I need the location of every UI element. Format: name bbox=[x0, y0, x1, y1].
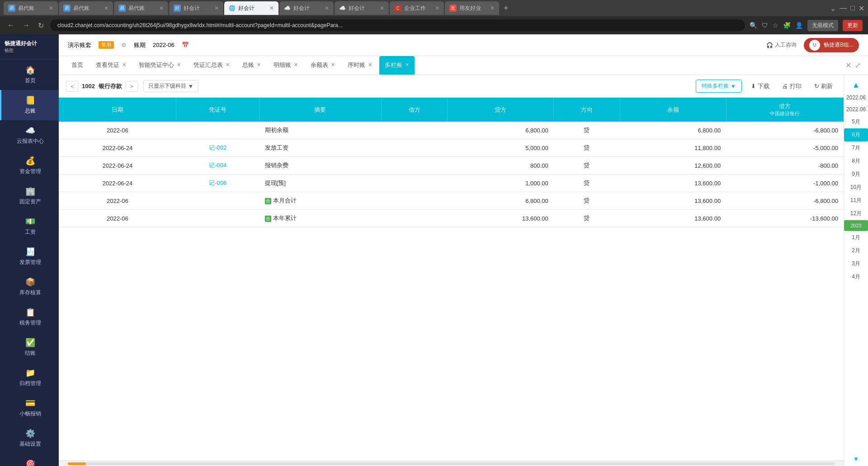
sidebar-item-tax[interactable]: 📋 税务管理 bbox=[0, 302, 59, 332]
tab-yidaizhang-3[interactable]: 易 易代账 ✕ bbox=[114, 1, 168, 15]
sidebar-item-fund[interactable]: 💰 资金管理 bbox=[0, 151, 59, 181]
tab-yidaizhang-1[interactable]: 易 易代账 ✕ bbox=[4, 1, 58, 15]
tab-close-5[interactable]: ✕ bbox=[269, 5, 274, 11]
sidebar-item-invoice[interactable]: 🧾 发票管理 bbox=[0, 241, 59, 272]
tab-voucher-summary[interactable]: 凭证汇总表 ✕ bbox=[188, 56, 235, 75]
tab-detail-ledger[interactable]: 明细账 ✕ bbox=[268, 56, 303, 75]
wuhen-button[interactable]: 无痕模式 bbox=[807, 20, 838, 31]
voucher-link[interactable]: 记-004 bbox=[209, 162, 226, 169]
tab-haokuaiji-3[interactable]: ☁️ 好会计 ✕ bbox=[279, 1, 334, 15]
cell-voucher[interactable]: 记-004 bbox=[176, 157, 259, 174]
sidebar-item-home[interactable]: 🏠 首页 bbox=[0, 60, 59, 90]
settings-gear-icon[interactable]: ⚙ bbox=[121, 42, 127, 48]
tab-general-ledger[interactable]: 总账 ✕ bbox=[237, 56, 266, 75]
tab-haokuaiji-1[interactable]: 好 好会计 ✕ bbox=[169, 1, 223, 15]
sidebar-item-expense[interactable]: 💳 小畅报销 bbox=[0, 393, 59, 423]
voucher-link[interactable]: 记-006 bbox=[209, 179, 226, 186]
tab-voucher-summary-close[interactable]: ✕ bbox=[226, 62, 230, 68]
horizontal-scrollbar[interactable] bbox=[68, 462, 835, 465]
sidebar-item-cloud-report[interactable]: ☁️ 云报表中心 bbox=[0, 120, 59, 151]
show-sub-button[interactable]: 只显示下级科目 ▼ bbox=[143, 80, 198, 92]
tab-home[interactable]: 首页 bbox=[66, 56, 89, 75]
back-button[interactable]: ← bbox=[5, 19, 16, 31]
tab-multi-col-close[interactable]: ✕ bbox=[405, 62, 409, 68]
tab-sequence-ledger-close[interactable]: ✕ bbox=[368, 62, 372, 68]
timeline-month-11[interactable]: 11月 bbox=[844, 194, 868, 207]
calendar-icon[interactable]: 📅 bbox=[182, 42, 189, 48]
consult-button[interactable]: 🎧 人工咨询 bbox=[766, 41, 797, 49]
tab-sequence-ledger[interactable]: 序时账 ✕ bbox=[342, 56, 377, 75]
refresh-button[interactable]: ↻ bbox=[36, 19, 46, 32]
tab-haokuaiji-4[interactable]: ☁️ 好会计 ✕ bbox=[335, 1, 389, 15]
timeline-item-2022-06-2[interactable]: 2022.06 bbox=[844, 104, 868, 115]
tab-list-icon[interactable]: ⌄ bbox=[830, 4, 836, 13]
tab-close-3[interactable]: ✕ bbox=[159, 5, 164, 11]
multi-col-button[interactable]: 特殊多栏账 ▼ bbox=[696, 80, 742, 93]
next-account-button[interactable]: ＞ bbox=[126, 81, 138, 92]
timeline-month-2023-4[interactable]: 4月 bbox=[844, 270, 868, 283]
timeline-month-6[interactable]: 6月 bbox=[844, 128, 868, 141]
timeline-month-8[interactable]: 8月 bbox=[844, 155, 868, 168]
address-input[interactable] bbox=[50, 19, 745, 31]
tab-smart-voucher[interactable]: 智能凭证中心 ✕ bbox=[133, 56, 186, 75]
sidebar-item-inventory[interactable]: 📦 库存核算 bbox=[0, 272, 59, 302]
sidebar-item-settings[interactable]: ⚙️ 基础设置 bbox=[0, 423, 59, 453]
timeline-month-12[interactable]: 12月 bbox=[844, 207, 868, 220]
tab-close-6[interactable]: ✕ bbox=[325, 5, 329, 11]
forward-button[interactable]: → bbox=[21, 19, 32, 31]
tab-close-4[interactable]: ✕ bbox=[214, 5, 219, 11]
sidebar-item-guide[interactable]: 🎯 新手引导 bbox=[0, 453, 59, 466]
tab-detail-ledger-close[interactable]: ✕ bbox=[294, 62, 298, 68]
sidebar-item-archive[interactable]: 📁 归档管理 bbox=[0, 362, 59, 393]
profile-icon[interactable]: 👤 bbox=[795, 22, 803, 29]
prev-account-button[interactable]: ＜ bbox=[66, 81, 78, 92]
download-button[interactable]: ⬇ 下载 bbox=[747, 80, 773, 93]
tab-balance-sheet[interactable]: 余额表 ✕ bbox=[305, 56, 340, 75]
cell-voucher[interactable]: 记-006 bbox=[176, 174, 259, 192]
tab-close-1[interactable]: ✕ bbox=[49, 5, 53, 11]
tab-add-button[interactable]: + bbox=[500, 4, 512, 13]
tab-close-8[interactable]: ✕ bbox=[435, 5, 439, 11]
timeline-month-2023-3[interactable]: 3月 bbox=[844, 257, 868, 270]
tab-general-ledger-close[interactable]: ✕ bbox=[257, 62, 261, 68]
sidebar-item-fixed-assets[interactable]: 🏢 固定资产 bbox=[0, 181, 59, 211]
tab-close-2[interactable]: ✕ bbox=[104, 5, 108, 11]
shield-icon[interactable]: 🛡 bbox=[762, 22, 768, 29]
timeline-month-2023-2[interactable]: 2月 bbox=[844, 244, 868, 257]
timeline-item-2022-06-1[interactable]: 2022.06 bbox=[844, 92, 868, 104]
tab-close-7[interactable]: ✕ bbox=[380, 5, 384, 11]
user-info[interactable]: U 畅捷通B组... bbox=[804, 38, 859, 52]
scrollbar-thumb[interactable] bbox=[68, 462, 86, 465]
close-tab-icon[interactable]: ✕ bbox=[845, 61, 851, 70]
extensions-icon[interactable]: 🧩 bbox=[783, 22, 791, 29]
sidebar-item-ledger[interactable]: 📒 总账 bbox=[0, 90, 59, 120]
tab-enterprise[interactable]: C 企业工作 ✕ bbox=[390, 1, 444, 15]
minimize-icon[interactable]: — bbox=[840, 4, 847, 13]
search-icon[interactable]: 🔍 bbox=[750, 22, 757, 29]
timeline-scroll-down[interactable]: ▼ bbox=[853, 456, 859, 462]
tab-haokuaiji-2[interactable]: 🌐 好会计 ✕ bbox=[224, 1, 278, 15]
tab-yidaizhang-2[interactable]: 易 易代账 ✕ bbox=[59, 1, 113, 15]
tab-view-voucher-close[interactable]: ✕ bbox=[122, 62, 126, 68]
tab-view-voucher[interactable]: 查看凭证 ✕ bbox=[90, 56, 132, 75]
sidebar-item-salary[interactable]: 💵 工资 bbox=[0, 211, 59, 241]
tab-balance-sheet-close[interactable]: ✕ bbox=[331, 62, 335, 68]
refresh-ledger-button[interactable]: ↻ 刷新 bbox=[811, 80, 836, 93]
timeline-month-7[interactable]: 7月 bbox=[844, 141, 868, 155]
star-icon[interactable]: ☆ bbox=[773, 22, 778, 29]
tab-close-9[interactable]: ✕ bbox=[490, 5, 495, 11]
timeline-month-2023-1[interactable]: 1月 bbox=[844, 231, 868, 244]
cell-voucher[interactable]: 记-002 bbox=[176, 139, 259, 157]
timeline-month-10[interactable]: 10月 bbox=[844, 181, 868, 194]
expand-tab-icon[interactable]: ⤢ bbox=[855, 61, 861, 70]
tab-smart-voucher-close[interactable]: ✕ bbox=[177, 62, 181, 68]
timeline-year-2023[interactable]: 2023 bbox=[844, 220, 868, 231]
update-button[interactable]: 更新 bbox=[843, 20, 863, 31]
timeline-month-5[interactable]: 5月 bbox=[844, 115, 868, 128]
tab-yonyou[interactable]: 友 用友好业 ✕ bbox=[445, 1, 499, 15]
voucher-link[interactable]: 记-002 bbox=[209, 144, 226, 151]
sidebar-item-close-account[interactable]: ✅ 结账 bbox=[0, 332, 59, 362]
timeline-scroll-up[interactable]: ▲ bbox=[850, 79, 862, 92]
close-window-icon[interactable]: ✕ bbox=[859, 4, 864, 13]
timeline-month-9[interactable]: 9月 bbox=[844, 168, 868, 181]
